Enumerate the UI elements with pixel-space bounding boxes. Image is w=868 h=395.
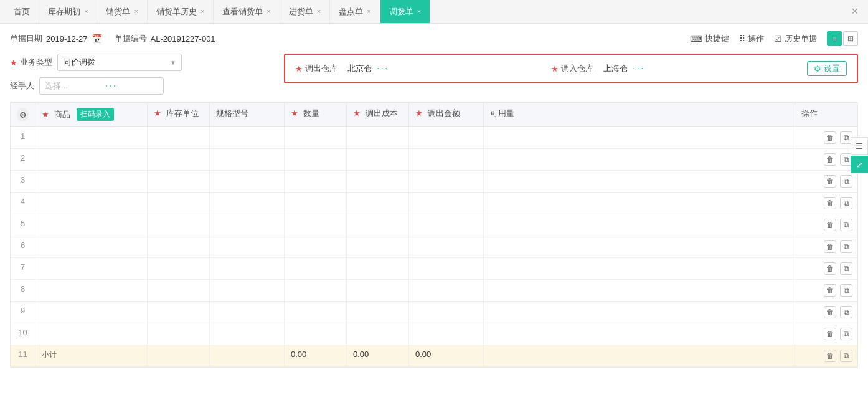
row-unit-6[interactable] (148, 236, 210, 257)
row-unit-7[interactable] (148, 258, 210, 279)
row-quantity-3[interactable] (285, 171, 347, 192)
row-quantity-8[interactable] (285, 280, 347, 301)
shortcuts-btn[interactable]: ⌨ 快捷键 (690, 33, 729, 44)
row-product-8[interactable] (35, 280, 148, 301)
row-delete-btn-9[interactable]: 🗑 (824, 306, 836, 318)
tab-inventory-count-close[interactable]: × (367, 8, 370, 15)
tab-sales-history[interactable]: 销货单历史 × (148, 0, 214, 23)
source-warehouse-more-icon[interactable]: ··· (377, 63, 389, 74)
row-spec-5[interactable] (210, 214, 285, 236)
row-amount-10[interactable] (409, 323, 484, 345)
tab-view-sales[interactable]: 查看销货单 × (214, 0, 280, 23)
row-amount-2[interactable] (409, 149, 484, 170)
row-copy-btn-3[interactable]: ⧉ (840, 175, 852, 188)
row-unit-5[interactable] (148, 214, 210, 236)
row-unit-10[interactable] (148, 323, 210, 345)
row-copy-btn-10[interactable]: ⧉ (840, 328, 852, 340)
row-delete-btn-10[interactable]: 🗑 (824, 328, 836, 340)
row-copy-btn-6[interactable]: ⧉ (840, 240, 852, 253)
row-amount-3[interactable] (409, 171, 484, 192)
row-quantity-9[interactable] (285, 302, 347, 323)
row-spec-7[interactable] (210, 258, 285, 279)
row-cost-3[interactable] (347, 171, 409, 192)
row-product-4[interactable] (35, 193, 148, 214)
row-cost-6[interactable] (347, 236, 409, 257)
tab-sales-history-close[interactable]: × (200, 8, 204, 15)
row-product-6[interactable] (35, 236, 148, 257)
row-unit-4[interactable] (148, 193, 210, 214)
row-spec-8[interactable] (210, 280, 285, 301)
row-copy-btn-9[interactable]: ⧉ (840, 306, 852, 318)
row-amount-8[interactable] (409, 280, 484, 301)
operations-btn[interactable]: ⠿ 操作 (739, 33, 764, 44)
row-product-5[interactable] (35, 214, 148, 236)
column-settings-btn[interactable]: ⚙ (17, 108, 29, 121)
row-unit-9[interactable] (148, 302, 210, 323)
row-quantity-1[interactable] (285, 127, 347, 148)
row-cost-2[interactable] (347, 149, 409, 170)
row-delete-btn-2[interactable]: 🗑 (824, 153, 836, 166)
calendar-icon[interactable]: 📅 (92, 34, 102, 44)
row-delete-btn-6[interactable]: 🗑 (824, 240, 836, 253)
row-cost-5[interactable] (347, 214, 409, 236)
row-unit-3[interactable] (148, 171, 210, 192)
row-unit-1[interactable] (148, 127, 210, 148)
row-spec-10[interactable] (210, 323, 285, 345)
row-cost-4[interactable] (347, 193, 409, 214)
row-spec-1[interactable] (210, 127, 285, 148)
tab-view-sales-close[interactable]: × (267, 8, 270, 15)
scan-btn[interactable]: 扫码录入 (77, 108, 114, 121)
row-amount-7[interactable] (409, 258, 484, 279)
agent-select[interactable]: 选择... ··· (39, 77, 164, 95)
tab-transfer-order-close[interactable]: × (417, 8, 421, 15)
row-amount-1[interactable] (409, 127, 484, 148)
row-unit-8[interactable] (148, 280, 210, 301)
row-available-3[interactable] (484, 171, 795, 192)
row-cost-10[interactable] (347, 323, 409, 345)
row-spec-2[interactable] (210, 149, 285, 170)
row-spec-4[interactable] (210, 193, 285, 214)
tab-transfer-order[interactable]: 调拨单 × (380, 0, 430, 23)
row-delete-btn-3[interactable]: 🗑 (824, 175, 836, 188)
tab-sales-order[interactable]: 销货单 × (97, 0, 147, 23)
row-copy-btn-7[interactable]: ⧉ (840, 262, 852, 275)
row-product-9[interactable] (35, 302, 148, 323)
tab-purchase-order-close[interactable]: × (317, 8, 321, 15)
row-available-1[interactable] (484, 127, 795, 148)
layout-btn-list[interactable]: ≡ (827, 31, 842, 46)
row-available-5[interactable] (484, 214, 795, 236)
row-quantity-10[interactable] (285, 323, 347, 345)
side-list-btn[interactable]: ☰ (851, 137, 868, 155)
history-btn[interactable]: ☑ 历史单据 (774, 33, 817, 44)
row-product-10[interactable] (35, 323, 148, 345)
tab-inventory-init-close[interactable]: × (84, 8, 88, 15)
tab-inventory-count[interactable]: 盘点单 × (330, 0, 380, 23)
row-amount-9[interactable] (409, 302, 484, 323)
row-available-9[interactable] (484, 302, 795, 323)
row-amount-5[interactable] (409, 214, 484, 236)
row-product-2[interactable] (35, 149, 148, 170)
row-unit-2[interactable] (148, 149, 210, 170)
row-product-3[interactable] (35, 171, 148, 192)
row-delete-btn-5[interactable]: 🗑 (824, 219, 836, 231)
row-cost-9[interactable] (347, 302, 409, 323)
row-delete-btn-7[interactable]: 🗑 (824, 262, 836, 275)
row-cost-1[interactable] (347, 127, 409, 148)
row-available-2[interactable] (484, 149, 795, 170)
row-spec-3[interactable] (210, 171, 285, 192)
row-copy-btn-4[interactable]: ⧉ (840, 197, 852, 209)
row-delete-btn-1[interactable]: 🗑 (824, 131, 836, 144)
side-expand-btn[interactable]: ⤢ (851, 156, 868, 173)
row-product-1[interactable] (35, 127, 148, 148)
row-quantity-6[interactable] (285, 236, 347, 257)
tab-bar-close[interactable]: × (846, 5, 863, 18)
row-cost-8[interactable] (347, 280, 409, 301)
target-warehouse-more-icon[interactable]: ··· (633, 63, 644, 74)
row-amount-6[interactable] (409, 236, 484, 257)
row-copy-btn-5[interactable]: ⧉ (840, 219, 852, 231)
row-quantity-4[interactable] (285, 193, 347, 214)
subtotal-copy-btn[interactable]: ⧉ (840, 350, 852, 362)
row-quantity-7[interactable] (285, 258, 347, 279)
row-available-8[interactable] (484, 280, 795, 301)
settings-btn[interactable]: ⚙ 设置 (807, 61, 847, 76)
